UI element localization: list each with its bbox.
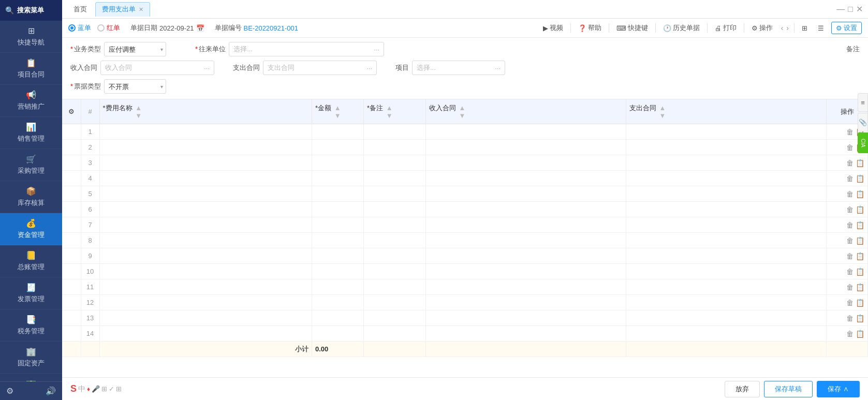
expense-contract-col-header[interactable]: 支出合同 ▲▼ <box>626 99 826 124</box>
tab-home[interactable]: 首页 <box>67 2 93 17</box>
sidebar-item-ledger[interactable]: 📒 总账管理 <box>0 245 62 277</box>
note-cell[interactable] <box>363 326 425 342</box>
partner-ellipsis[interactable]: ··· <box>374 46 379 53</box>
delete-row-icon[interactable]: 🗑 <box>846 314 854 322</box>
expense-name-cell[interactable] <box>99 233 312 248</box>
delete-row-icon[interactable]: 🗑 <box>846 159 854 167</box>
amount-cell[interactable] <box>312 124 363 140</box>
amount-cell[interactable] <box>312 310 363 326</box>
income-contract-cell[interactable] <box>425 295 626 310</box>
biz-type-select-wrapper[interactable]: 应付调整 ▾ <box>104 42 166 56</box>
save-button[interactable]: 保存 ∧ <box>817 381 860 397</box>
window-maximize-icon[interactable]: □ <box>848 5 853 14</box>
right-icon-2[interactable]: 📎 <box>858 113 868 131</box>
amount-cell[interactable] <box>312 217 363 233</box>
doc-number-value[interactable]: BE-20220921-001 <box>244 24 299 32</box>
note-col-header[interactable]: *备注 ▲▼ <box>363 99 425 124</box>
amount-cell[interactable] <box>312 233 363 248</box>
note-cell[interactable] <box>363 186 425 202</box>
note-cell[interactable] <box>363 295 425 310</box>
expense-name-cell[interactable] <box>99 202 312 217</box>
expense-contract-cell[interactable] <box>626 279 826 295</box>
expense-contract-cell[interactable] <box>626 310 826 326</box>
date-value[interactable]: 2022-09-21 <box>159 24 194 32</box>
sidebar-item-sales[interactable]: 📊 销售管理 <box>0 117 62 149</box>
note-cell[interactable] <box>363 310 425 326</box>
delete-row-icon[interactable]: 🗑 <box>846 283 854 291</box>
note-cell[interactable] <box>363 248 425 264</box>
expense-name-cell[interactable] <box>99 326 312 342</box>
settings-col-header[interactable]: ⚙ <box>62 99 81 124</box>
delete-row-icon[interactable]: 🗑 <box>846 268 854 276</box>
income-contract-cell[interactable] <box>425 217 626 233</box>
amount-cell[interactable] <box>312 264 363 279</box>
expense-contract-cell[interactable] <box>626 202 826 217</box>
amount-cell[interactable] <box>312 295 363 310</box>
invoice-type-select[interactable]: 不开票 <box>104 79 166 94</box>
set-button[interactable]: ⚙ 设置 <box>831 22 862 34</box>
delete-row-icon[interactable]: 🗑 <box>846 299 854 307</box>
note-cell[interactable] <box>363 217 425 233</box>
tab-close-icon[interactable]: ✕ <box>139 6 143 13</box>
red-doc-radio[interactable]: 红单 <box>97 23 120 33</box>
delete-row-icon[interactable]: 🗑 <box>846 221 854 229</box>
income-contract-cell[interactable] <box>425 264 626 279</box>
copy-row-icon[interactable]: 📋 <box>856 190 864 198</box>
delete-row-icon[interactable]: 🗑 <box>846 190 854 198</box>
amount-col-header[interactable]: *金额 ▲▼ <box>312 99 363 124</box>
amount-cell[interactable] <box>312 248 363 264</box>
sidebar-item-capital[interactable]: 💰 资金管理 <box>0 213 62 245</box>
expense-name-cell[interactable] <box>99 310 312 326</box>
sidebar-item-salary[interactable]: 💵 工资 <box>0 374 62 381</box>
window-minimize-icon[interactable]: — <box>836 5 845 14</box>
tab-expense[interactable]: 费用支出单 ✕ <box>95 2 150 17</box>
delete-row-icon[interactable]: 🗑 <box>846 236 854 245</box>
expense-contract-cell[interactable] <box>626 326 826 342</box>
income-contract-cell[interactable] <box>425 140 626 155</box>
copy-row-icon[interactable]: 📋 <box>856 252 864 260</box>
copy-row-icon[interactable]: 📋 <box>856 314 864 322</box>
sidebar-item-inventory[interactable]: 📦 库存核算 <box>0 181 62 213</box>
calendar-icon[interactable]: 📅 <box>196 24 204 32</box>
delete-row-icon[interactable]: 🗑 <box>846 252 854 260</box>
note-cell[interactable] <box>363 279 425 295</box>
prev-arrow[interactable]: ‹ <box>780 23 785 33</box>
expense-contract-cell[interactable] <box>626 140 826 155</box>
sidebar-header[interactable]: 🔍 搜索菜单 <box>0 0 62 21</box>
copy-row-icon[interactable]: 📋 <box>856 174 864 183</box>
expense-name-cell[interactable] <box>99 186 312 202</box>
actions-button[interactable]: ⚙ 操作 <box>748 22 776 34</box>
expense-ellipsis[interactable]: ··· <box>366 64 372 72</box>
expense-contract-cell[interactable] <box>626 186 826 202</box>
print-button[interactable]: 🖨 打印 <box>712 22 740 34</box>
expense-name-cell[interactable] <box>99 264 312 279</box>
note-cell[interactable] <box>363 124 425 140</box>
expense-name-col-header[interactable]: *费用名称 ▲▼ <box>99 99 312 124</box>
copy-row-icon[interactable]: 📋 <box>856 268 864 276</box>
sidebar-item-project[interactable]: 📋 项目合同 <box>0 53 62 85</box>
delete-row-icon[interactable]: 🗑 <box>846 205 854 214</box>
income-contract-cell[interactable] <box>425 171 626 186</box>
project-ellipsis[interactable]: ··· <box>495 64 501 72</box>
expense-name-cell[interactable] <box>99 248 312 264</box>
biz-type-select[interactable]: 应付调整 <box>104 42 166 56</box>
income-contract-cell[interactable] <box>425 279 626 295</box>
delete-row-icon[interactable]: 🗑 <box>846 330 854 338</box>
sidebar-item-marketing[interactable]: 📢 营销推广 <box>0 85 62 117</box>
expense-contract-cell[interactable] <box>626 248 826 264</box>
expense-name-cell[interactable] <box>99 217 312 233</box>
copy-row-icon[interactable]: 📋 <box>856 236 864 245</box>
expense-name-cell[interactable] <box>99 155 312 171</box>
project-input[interactable]: 选择... ··· <box>412 61 505 75</box>
sidebar-item-fixed-assets[interactable]: 🏢 固定资产 <box>0 342 62 374</box>
note-cell[interactable] <box>363 155 425 171</box>
blue-doc-radio[interactable]: 蓝单 <box>68 23 91 33</box>
note-cell[interactable] <box>363 202 425 217</box>
expense-name-cell[interactable] <box>99 140 312 155</box>
income-contract-cell[interactable] <box>425 202 626 217</box>
expense-contract-cell[interactable] <box>626 217 826 233</box>
sidebar-item-purchase[interactable]: 🛒 采购管理 <box>0 149 62 181</box>
income-contract-cell[interactable] <box>425 233 626 248</box>
note-cell[interactable] <box>363 140 425 155</box>
partner-input[interactable]: 选择... ··· <box>229 42 384 56</box>
